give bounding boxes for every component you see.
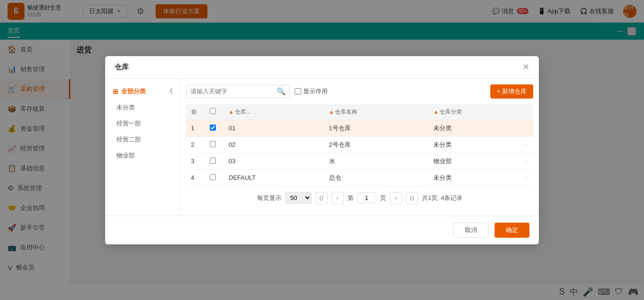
pagination-area: 每页显示 50 100 ⟨⟨ ‹ 第 页 › ⟩⟩ 共1页, 4条记录 <box>186 186 533 210</box>
sort-icon-name: ▲ <box>329 109 334 115</box>
table-row[interactable]: 2 02 2号仓库 未分类··· <box>186 136 533 153</box>
modal-title: 仓库 <box>115 63 129 72</box>
table-toolbar: 🔍 显示停用 + 新增仓库 <box>186 84 533 99</box>
page-number-input[interactable] <box>357 192 376 203</box>
row-code: 02 <box>224 136 324 153</box>
prev-page-button[interactable]: ‹ <box>331 192 344 204</box>
modal-header: 仓库 ✕ <box>105 56 539 79</box>
row-index: 3 <box>186 153 205 169</box>
row-actions-icon[interactable]: ··· <box>523 141 528 148</box>
row-actions-icon[interactable]: ··· <box>523 174 528 181</box>
per-page-label: 每页显示 <box>257 194 281 202</box>
row-checkbox[interactable] <box>205 169 224 186</box>
select-all-checkbox[interactable] <box>210 108 216 114</box>
show-disabled-checkbox[interactable] <box>295 88 301 95</box>
row-category: 未分类··· <box>429 120 533 136</box>
table-row[interactable]: 4 DEFAULT 总仓 未分类··· <box>186 169 533 186</box>
first-page-button[interactable]: ⟨⟨ <box>315 192 328 204</box>
row-index: 2 <box>186 136 205 153</box>
collapse-icon[interactable]: 《 <box>167 87 173 95</box>
row-checkbox[interactable] <box>205 153 224 169</box>
modal-body: ⊞ 全部分类 《 未分类 经营一部 经营二部 物业部 🔍 <box>105 79 539 216</box>
row-name: 2号仓库 <box>324 136 429 153</box>
row-index: 1 <box>186 120 205 136</box>
page-label-post: 页 <box>380 194 386 202</box>
close-icon[interactable]: ✕ <box>522 63 529 71</box>
category-item-dept1[interactable]: 经营一部 <box>105 116 180 132</box>
gear-icon: ⚙ <box>191 108 197 116</box>
all-categories-item[interactable]: ⊞ 全部分类 《 <box>105 83 180 100</box>
header-row: ⚙ ▲仓库... ▲仓库名称 <box>186 104 533 120</box>
modal-overlay: 仓库 ✕ ⊞ 全部分类 《 未分类 经营一部 经营二部 物业部 <box>0 0 644 300</box>
show-disabled-label: 显示停用 <box>303 87 328 96</box>
last-page-button[interactable]: ⟩⟩ <box>406 192 418 204</box>
warehouse-table: ⚙ ▲仓库... ▲仓库名称 <box>186 104 533 186</box>
row-checkbox[interactable] <box>205 136 224 153</box>
th-category: ▲仓库分类 <box>429 104 533 120</box>
row-checkbox[interactable] <box>205 120 224 136</box>
row-code: 03 <box>224 153 324 169</box>
row-actions-icon[interactable]: ··· <box>523 157 528 164</box>
modal-footer: 取消 确定 <box>105 216 539 244</box>
row-category: 物业部··· <box>429 153 533 169</box>
category-item-dept2[interactable]: 经营二部 <box>105 132 180 148</box>
row-name: 水 <box>324 153 429 169</box>
sort-icon-category: ▲ <box>433 109 438 115</box>
grid-icon: ⊞ <box>113 88 118 95</box>
page-label-pre: 第 <box>347 194 354 202</box>
warehouse-modal: 仓库 ✕ ⊞ 全部分类 《 未分类 经营一部 经营二部 物业部 <box>105 56 539 244</box>
row-category: 未分类··· <box>429 136 533 153</box>
search-input[interactable] <box>190 88 277 95</box>
sort-icon-code: ▲ <box>229 109 234 115</box>
row-actions-icon[interactable]: ··· <box>523 124 528 131</box>
all-categories-label: 全部分类 <box>121 87 146 96</box>
confirm-button[interactable]: 确定 <box>495 223 529 238</box>
search-input-wrap: 🔍 <box>186 85 290 98</box>
total-info: 共1页, 4条记录 <box>422 194 463 202</box>
row-index: 4 <box>186 169 205 186</box>
row-name: 1号仓库 <box>324 120 429 136</box>
category-sidebar: ⊞ 全部分类 《 未分类 经营一部 经营二部 物业部 <box>105 79 181 216</box>
table-row[interactable]: 1 01 1号仓库 未分类··· <box>186 120 533 136</box>
table-body: 1 01 1号仓库 未分类··· 2 02 2号仓库 未分类··· 3 03 水… <box>186 120 533 186</box>
row-category: 未分类··· <box>429 169 533 186</box>
th-name: ▲仓库名称 <box>324 104 429 120</box>
table-area: 🔍 显示停用 + 新增仓库 ⚙ <box>181 79 539 216</box>
show-disabled-wrap: 显示停用 <box>295 87 328 96</box>
table-row[interactable]: 3 03 水 物业部··· <box>186 153 533 169</box>
category-item-property[interactable]: 物业部 <box>105 148 180 164</box>
th-checkbox <box>205 104 224 120</box>
th-code: ▲仓库... <box>224 104 324 120</box>
th-settings: ⚙ <box>186 104 205 120</box>
row-code: DEFAULT <box>224 169 324 186</box>
next-page-button[interactable]: › <box>390 192 402 204</box>
row-code: 01 <box>224 120 324 136</box>
per-page-select[interactable]: 50 100 <box>285 192 312 204</box>
row-name: 总仓 <box>324 169 429 186</box>
search-icon[interactable]: 🔍 <box>277 87 286 96</box>
cancel-button[interactable]: 取消 <box>453 223 489 238</box>
table-header: ⚙ ▲仓库... ▲仓库名称 <box>186 104 533 120</box>
category-item-unclassified[interactable]: 未分类 <box>105 100 180 116</box>
add-warehouse-button[interactable]: + 新增仓库 <box>490 84 533 99</box>
